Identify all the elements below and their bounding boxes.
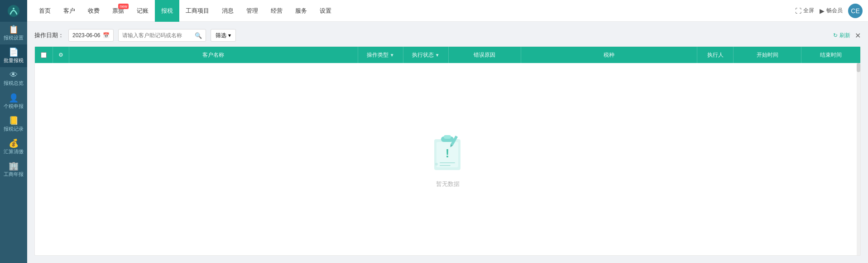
sidebar-item-baoshuizonglan[interactable]: 👁 报税总览: [0, 67, 27, 90]
scroll-bar[interactable]: [857, 63, 860, 255]
th-optype-label: 操作类型: [367, 51, 388, 59]
gear-icon: ⚙: [58, 52, 63, 58]
baoshuijilu-icon: 📒: [9, 117, 19, 125]
topnav-baoshui-label: 报税: [161, 7, 173, 15]
topnav-item-shoufei[interactable]: 收费: [82, 0, 106, 22]
th-taxtype-label: 税种: [604, 51, 614, 59]
member-button[interactable]: ▶ 畅会员: [820, 7, 843, 15]
date-value: 2023-06-06: [72, 32, 100, 39]
th-endtime-label: 结束时间: [820, 51, 842, 59]
date-picker[interactable]: 2023-06-06 📅: [68, 29, 114, 42]
th-status: 执行状态 ▼: [403, 47, 449, 63]
sidebar-item-geshuishenbao[interactable]: 👤 个税申报: [0, 90, 27, 113]
status-filter-icon[interactable]: ▼: [435, 53, 440, 58]
sidebar-item-baoshuijilu[interactable]: 📒 报税记录: [0, 113, 27, 136]
th-starttime-label: 开始时间: [757, 51, 778, 59]
sidebar: 📋 报税设置 📄 批量报税 👁 报税总览 👤 个税申报 📒 报税记录 💰 汇算清…: [0, 0, 27, 263]
sidebar-item-gongshangnianbaio[interactable]: 🏢 工商年报: [0, 158, 27, 181]
th-taxtype: 税种: [521, 47, 697, 63]
table-header: ⚙ 客户名称 操作类型 ▼ 执行状态 ▼ 错误原因 税种: [35, 47, 860, 63]
date-label: 操作日期：: [34, 31, 64, 39]
sidebar-item-baoshuizonglan-label: 报税总览: [4, 80, 24, 86]
page-content: 操作日期： 2023-06-06 📅 🔍 筛选 ▾ ↻ 刷新 ✕: [27, 22, 868, 263]
topnav-guanli-label: 管理: [246, 7, 258, 15]
new-badge: new: [118, 4, 129, 10]
topnav-item-xiaoxi[interactable]: 消息: [216, 0, 240, 22]
svg-text:!: !: [445, 146, 449, 160]
search-button[interactable]: 🔍: [191, 32, 206, 39]
topnav-jingying-label: 经营: [271, 7, 283, 15]
sidebar-item-piliangbaoshui[interactable]: 📄 批量报税: [0, 44, 27, 67]
search-box: 🔍: [118, 29, 206, 42]
sidebar-item-huisuanjiaona-label: 汇算清缴: [4, 149, 24, 155]
th-optype: 操作类型 ▼: [358, 47, 403, 63]
table-body: ! 暂无数据: [35, 63, 860, 255]
toolbar: 操作日期： 2023-06-06 📅 🔍 筛选 ▾ ↻ 刷新 ✕: [34, 29, 861, 42]
topnav-jiz-label: 记账: [137, 7, 149, 15]
close-button[interactable]: ✕: [855, 31, 861, 40]
th-starttime: 开始时间: [734, 47, 801, 63]
topnav-item-home[interactable]: 首页: [33, 0, 57, 22]
topnav-item-jingying[interactable]: 经营: [264, 0, 289, 22]
svg-point-1: [13, 8, 14, 10]
main-area: 首页 客户 收费 票据 new 记账 报税 工商项目 消息: [27, 0, 868, 263]
svg-rect-5: [444, 135, 451, 139]
th-executor-label: 执行人: [707, 51, 724, 59]
select-all-checkbox[interactable]: [41, 52, 47, 58]
empty-illustration: !: [427, 130, 468, 175]
topnav-item-customer[interactable]: 客户: [57, 0, 82, 22]
th-status-label: 执行状态: [412, 51, 434, 59]
svg-point-11: [435, 163, 438, 166]
search-input[interactable]: [119, 32, 191, 39]
sidebar-item-baoshuijilu-label: 报税记录: [4, 126, 24, 132]
th-endtime: 结束时间: [801, 47, 860, 63]
refresh-icon: ↻: [833, 32, 838, 39]
topnav-home-label: 首页: [39, 7, 51, 15]
chevron-down-icon: ▾: [228, 32, 231, 39]
th-error: 错误原因: [449, 47, 521, 63]
topnav-gongshang-label: 工商项目: [186, 7, 209, 15]
sidebar-item-baoshui-shezhi-label: 报税设置: [4, 35, 24, 41]
th-checkbox[interactable]: [35, 47, 53, 63]
sidebar-item-gongshangnianbaio-label: 工商年报: [4, 171, 24, 177]
refresh-button[interactable]: ↻ 刷新: [833, 32, 850, 39]
scroll-thumb: [857, 63, 860, 72]
filter-label: 筛选: [216, 32, 226, 39]
table-wrapper: ⚙ 客户名称 操作类型 ▼ 执行状态 ▼ 错误原因 税种: [34, 46, 861, 256]
th-error-label: 错误原因: [474, 51, 495, 59]
topnav: 首页 客户 收费 票据 new 记账 报税 工商项目 消息: [27, 0, 868, 22]
sidebar-item-baoshui-shezhi[interactable]: 📋 报税设置: [0, 22, 27, 44]
empty-state: ! 暂无数据: [427, 130, 468, 188]
calendar-icon: 📅: [103, 32, 110, 39]
topnav-shezhi-label: 设置: [320, 7, 331, 15]
sidebar-item-huisuanjiaona[interactable]: 💰 汇算清缴: [0, 136, 27, 158]
topnav-item-guanli[interactable]: 管理: [240, 0, 264, 22]
sidebar-item-geshuishenbao-label: 个税申报: [4, 103, 24, 109]
empty-text: 暂无数据: [436, 180, 460, 188]
topnav-item-fuwu[interactable]: 服务: [289, 0, 313, 22]
member-icon: ▶: [820, 7, 825, 15]
topnav-item-baoshui[interactable]: 报税: [155, 0, 179, 22]
th-name-label: 客户名称: [202, 51, 224, 59]
topnav-fuwu-label: 服务: [295, 7, 307, 15]
sidebar-logo: [0, 0, 27, 22]
gongshangnianbaio-icon: 🏢: [9, 162, 19, 170]
topnav-item-shezhi[interactable]: 设置: [313, 0, 338, 22]
topnav-item-piao[interactable]: 票据 new: [106, 0, 130, 22]
geshuishenbao-icon: 👤: [9, 94, 19, 102]
topnav-item-gongshang[interactable]: 工商项目: [179, 0, 216, 22]
avatar[interactable]: CE: [848, 4, 863, 18]
optype-filter-icon[interactable]: ▼: [390, 53, 394, 58]
baoshuizonglan-icon: 👁: [10, 71, 18, 79]
fullscreen-button[interactable]: ⛶ 全屏: [795, 7, 814, 15]
filter-button[interactable]: 筛选 ▾: [211, 29, 236, 42]
refresh-label: 刷新: [839, 32, 850, 39]
member-label: 畅会员: [826, 7, 843, 15]
topnav-item-jiz[interactable]: 记账: [130, 0, 155, 22]
sidebar-item-piliangbaoshui-label: 批量报税: [4, 58, 24, 63]
th-executor: 执行人: [697, 47, 734, 63]
baoshui-shezhi-icon: 📋: [9, 25, 19, 34]
th-gear[interactable]: ⚙: [53, 47, 69, 63]
topnav-xiaoxi-label: 消息: [222, 7, 234, 15]
piliangbaoshui-icon: 📄: [9, 48, 19, 56]
